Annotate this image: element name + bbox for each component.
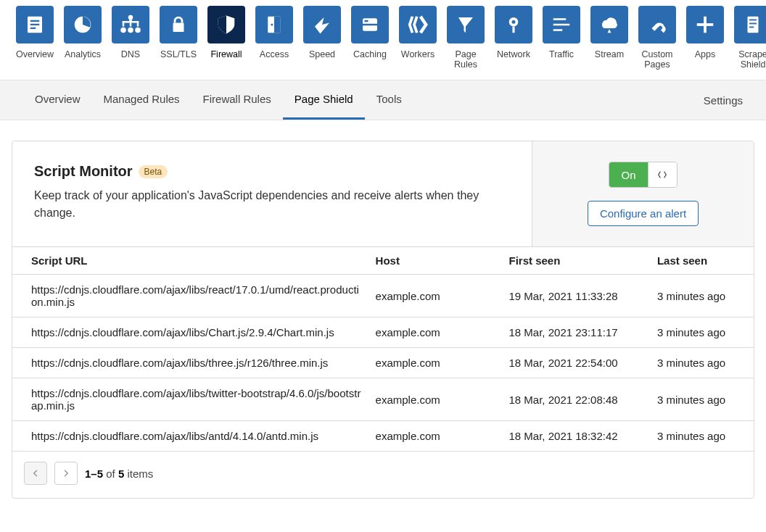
cell-first: 19 Mar, 2021 11:33:28 <box>502 275 650 317</box>
network-icon <box>495 6 532 43</box>
nav-overview[interactable]: Overview <box>16 6 54 71</box>
page-info: 1–5 of 5 items <box>85 467 153 480</box>
cell-host: example.com <box>368 348 502 378</box>
svg-point-17 <box>271 24 273 26</box>
svg-rect-9 <box>137 21 139 27</box>
nav-label: Access <box>260 49 289 71</box>
cell-host: example.com <box>368 275 502 317</box>
nav-label: Analytics <box>65 49 101 71</box>
nav-network[interactable]: Network <box>495 6 532 71</box>
panel-title: Script Monitor <box>34 163 133 180</box>
th-last-seen: Last seen <box>650 247 754 275</box>
tab-firewallrules[interactable]: Firewall Rules <box>192 80 283 120</box>
panel-description: Keep track of your application's JavaScr… <box>34 187 498 222</box>
tab-tools[interactable]: Tools <box>365 80 413 120</box>
cell-host: example.com <box>368 421 502 452</box>
pagerules-icon <box>447 6 485 43</box>
cell-last: 3 minutes ago <box>650 317 754 348</box>
svg-rect-25 <box>553 29 563 31</box>
beta-badge: Beta <box>139 165 168 178</box>
settings-link[interactable]: Settings <box>704 94 743 107</box>
nav-ssl[interactable]: SSL/TLS <box>160 6 197 71</box>
th-script-url: Script URL <box>12 247 368 275</box>
svg-point-13 <box>135 28 141 33</box>
nav-access[interactable]: Access <box>255 6 293 71</box>
sub-tabs: OverviewManaged RulesFirewall RulesPage … <box>0 80 766 120</box>
svg-point-12 <box>128 28 133 33</box>
page-prev-button[interactable] <box>24 462 47 485</box>
nav-label: Page Rules <box>447 49 485 71</box>
svg-rect-30 <box>749 23 757 25</box>
tab-overview[interactable]: Overview <box>23 80 92 120</box>
table-row: https://cdnjs.cloudflare.com/ajax/libs/t… <box>12 348 754 378</box>
paginator: 1–5 of 5 items <box>12 452 754 498</box>
tab-managed[interactable]: Managed Rules <box>92 80 192 120</box>
cell-first: 18 Mar, 2021 18:32:42 <box>502 421 650 452</box>
table-row: https://cdnjs.cloudflare.com/ajax/libs/a… <box>12 421 754 452</box>
nav-custompages[interactable]: Custom Pages <box>638 6 676 71</box>
cell-url: https://cdnjs.cloudflare.com/ajax/libs/a… <box>12 421 368 452</box>
page-next-button[interactable] <box>54 462 78 485</box>
svg-rect-19 <box>363 24 377 26</box>
svg-rect-28 <box>748 17 759 33</box>
speed-icon <box>303 6 341 43</box>
nav-label: Apps <box>695 49 716 71</box>
nav-dns[interactable]: DNS <box>112 6 149 71</box>
svg-rect-8 <box>123 21 125 27</box>
access-icon <box>255 6 293 43</box>
cell-host: example.com <box>368 317 502 348</box>
svg-rect-3 <box>30 28 36 29</box>
svg-rect-2 <box>30 24 40 25</box>
nav-caching[interactable]: Caching <box>351 6 389 71</box>
th-host: Host <box>368 247 502 275</box>
nav-pagerules[interactable]: Page Rules <box>447 6 485 71</box>
tab-pageshield[interactable]: Page Shield <box>283 80 365 120</box>
svg-rect-14 <box>173 23 184 33</box>
nav-label: DNS <box>121 49 140 71</box>
cell-first: 18 Mar, 2021 23:11:17 <box>502 317 650 348</box>
nav-label: Firewall <box>210 49 242 71</box>
nav-label: SSL/TLS <box>160 49 197 71</box>
nav-label: Overview <box>16 49 54 71</box>
nav-firewall[interactable]: Firewall <box>207 6 245 71</box>
cell-url: https://cdnjs.cloudflare.com/ajax/libs/C… <box>12 317 368 348</box>
apps-icon <box>686 6 724 43</box>
nav-scrapeshield[interactable]: Scrape Shield <box>734 6 766 71</box>
nav-speed[interactable]: Speed <box>303 6 341 71</box>
scrapeshield-icon <box>734 6 766 43</box>
top-nav: OverviewAnalyticsDNSSSL/TLSFirewallAcces… <box>0 0 766 80</box>
nav-traffic[interactable]: Traffic <box>543 6 580 71</box>
svg-rect-29 <box>749 20 757 21</box>
nav-label: Scrape Shield <box>734 49 766 71</box>
cell-url: https://cdnjs.cloudflare.com/ajax/libs/r… <box>12 275 368 317</box>
nav-label: Caching <box>353 49 387 71</box>
cell-last: 3 minutes ago <box>650 275 754 317</box>
svg-rect-27 <box>697 23 714 26</box>
table-row: https://cdnjs.cloudflare.com/ajax/libs/C… <box>12 317 754 348</box>
cell-url: https://cdnjs.cloudflare.com/ajax/libs/t… <box>12 348 368 378</box>
workers-icon <box>399 6 437 43</box>
svg-rect-20 <box>365 20 368 22</box>
configure-alert-button[interactable]: Configure an alert <box>588 201 699 226</box>
nav-stream[interactable]: Stream <box>590 6 628 71</box>
ssl-icon <box>160 6 197 43</box>
traffic-icon <box>543 6 580 43</box>
nav-label: Network <box>497 49 530 71</box>
scripts-table: Script URL Host First seen Last seen htt… <box>12 246 754 452</box>
table-row: https://cdnjs.cloudflare.com/ajax/libs/r… <box>12 275 754 317</box>
toggle-handle-icon[interactable] <box>648 162 677 187</box>
svg-rect-23 <box>553 18 567 20</box>
nav-label: Traffic <box>549 49 574 71</box>
toggle-on-label: On <box>609 162 647 187</box>
svg-rect-10 <box>130 21 132 27</box>
cell-last: 3 minutes ago <box>650 348 754 378</box>
nav-workers[interactable]: Workers <box>399 6 437 71</box>
nav-analytics[interactable]: Analytics <box>64 6 102 71</box>
cell-last: 3 minutes ago <box>650 378 754 421</box>
firewall-icon <box>207 6 245 43</box>
cell-first: 18 Mar, 2021 22:54:00 <box>502 348 650 378</box>
enable-toggle[interactable]: On <box>609 162 677 188</box>
nav-apps[interactable]: Apps <box>686 6 724 71</box>
th-first-seen: First seen <box>502 247 650 275</box>
svg-rect-1 <box>30 20 40 22</box>
